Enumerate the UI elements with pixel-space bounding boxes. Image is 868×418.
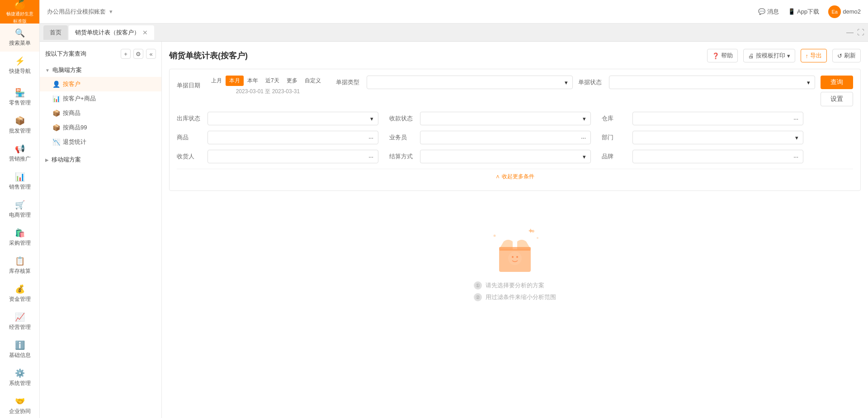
preset-last-month[interactable]: 上月	[208, 76, 226, 86]
export-btn[interactable]: ↑ 导出	[801, 49, 827, 62]
sidebar-item-wholesale[interactable]: 📦 批发管理	[0, 111, 40, 139]
sidebar-inventory-label: 库存核算	[9, 267, 31, 275]
outbound-input[interactable]: ▾	[208, 112, 378, 125]
sidebar-purchase-label: 采购管理	[9, 239, 31, 247]
goods-input[interactable]: ···	[208, 131, 378, 144]
by-goods-99-label: 按商品99	[63, 124, 87, 132]
window-maximize-btn[interactable]: ⛶	[857, 28, 864, 37]
sidebar-item-marketing[interactable]: 📢 营销推广	[0, 139, 40, 167]
hint-num-2: ②	[474, 293, 482, 301]
sidebar-item-ecommerce[interactable]: 🛒 电商管理	[0, 195, 40, 223]
enterprise-icon: 🤝	[15, 396, 25, 406]
tab-home[interactable]: 首页	[43, 25, 68, 40]
sidebar-item-operations[interactable]: 📈 经营管理	[0, 308, 40, 336]
panel-section-mobile-title[interactable]: ▶ 移动端方案	[40, 153, 161, 166]
preset-more[interactable]: 更多	[283, 76, 301, 86]
finance-icon: 💰	[15, 284, 25, 294]
search-icon: 🔍	[15, 28, 25, 38]
tab-close-icon[interactable]: ✕	[142, 29, 148, 36]
page-title: 销货单统计表(按客户)	[169, 50, 248, 61]
by-customer-goods-label: 按客户+商品	[63, 95, 96, 103]
salesperson-dots-icon: ···	[581, 134, 586, 141]
panel-item-by-goods[interactable]: 📦 按商品	[40, 106, 161, 120]
collapse-label: ∧ 收起更多条件	[495, 173, 534, 180]
sidebar-item-sales[interactable]: 📊 销售管理	[0, 167, 40, 195]
help-icon: ❓	[712, 52, 719, 59]
svg-point-6	[512, 256, 514, 258]
sidebar-operations-label: 经营管理	[9, 323, 31, 331]
help-btn[interactable]: ❓ 帮助	[707, 49, 738, 62]
customer-icon: 👤	[52, 81, 60, 88]
preset-custom[interactable]: 自定义	[301, 76, 325, 86]
sidebar-wholesale-label: 批发管理	[9, 127, 31, 135]
sidebar-item-enterprise[interactable]: 🤝 企业协同	[0, 392, 40, 418]
ecommerce-icon: 🛒	[15, 200, 25, 210]
tab-home-label: 首页	[50, 28, 61, 37]
sidebar-item-search[interactable]: 🔍 搜索菜单	[0, 24, 40, 52]
sidebar-basic-label: 基础信息	[9, 352, 31, 359]
query-btn[interactable]: 查询	[821, 76, 853, 89]
dropdown-arrow-icon[interactable]: ▾	[109, 8, 113, 15]
template-print-btn[interactable]: 🖨 按模板打印 ▾	[743, 49, 795, 62]
salesperson-input[interactable]: ···	[420, 131, 591, 144]
app-download-btn[interactable]: 📱 App下载	[788, 8, 819, 16]
sidebar-enterprise-label: 企业协同	[9, 408, 31, 415]
preset-this-year[interactable]: 本年	[244, 76, 262, 86]
top-bar-right: 💬 消息 📱 App下载 Ea demo2	[758, 5, 861, 18]
top-bar-left: 办公用品行业模拟账套 ▾	[47, 8, 113, 16]
warehouse-label: 仓库	[602, 114, 629, 123]
brand-dots-icon: ···	[793, 153, 798, 160]
refresh-btn[interactable]: ↺ 刷新	[832, 49, 861, 62]
preset-this-month[interactable]: 本月	[226, 76, 244, 86]
panel-item-by-customer[interactable]: 👤 按客户	[40, 77, 161, 91]
sidebar-system-label: 系统管理	[9, 380, 31, 387]
sidebar-item-finance[interactable]: 💰 资金管理	[0, 280, 40, 308]
panel-header-label: 按以下方案查询	[45, 50, 86, 58]
order-status-input[interactable]: ▾	[609, 76, 815, 89]
panel-item-by-goods-99[interactable]: 📦 按商品99	[40, 120, 161, 135]
consignee-dots-icon: ···	[368, 153, 373, 160]
help-label: 帮助	[721, 52, 733, 60]
settings-btn[interactable]: 设置	[821, 92, 853, 106]
template-print-label: 按模板打印	[756, 52, 785, 60]
message-btn[interactable]: 💬 消息	[758, 8, 779, 16]
message-label: 消息	[767, 8, 779, 16]
desktop-section-label: 电脑端方案	[52, 66, 82, 74]
wholesale-icon: 📦	[15, 116, 25, 126]
panel-settings-btn[interactable]: ⚙	[133, 49, 143, 59]
sidebar-item-system[interactable]: ⚙️ 系统管理	[0, 364, 40, 392]
settlement-input[interactable]: ▾	[420, 150, 591, 163]
settlement-dropdown-icon: ▾	[583, 153, 586, 160]
hint-num-1: ①	[474, 281, 482, 290]
panel-item-refund-stat[interactable]: 📉 退货统计	[40, 135, 161, 149]
window-minimize-btn[interactable]: —	[846, 28, 854, 37]
refresh-icon: ↺	[837, 52, 842, 59]
logo-text: 畅捷通好生意	[6, 11, 33, 17]
logo-icon: 🍊	[14, 0, 25, 10]
receipt-input[interactable]: ▾	[420, 112, 591, 125]
sidebar-item-retail[interactable]: 🏪 零售管理	[0, 83, 40, 111]
sidebar-item-inventory[interactable]: 📋 库存核算	[0, 252, 40, 280]
mobile-arrow-icon: ▶	[45, 157, 49, 162]
shortcut-icon: ⚡	[15, 56, 25, 66]
sidebar-item-shortcut[interactable]: ⚡ 快捷导航	[0, 52, 40, 80]
panel-section-desktop-title[interactable]: ▼ 电脑端方案	[40, 63, 161, 77]
panel-item-by-customer-goods[interactable]: 📊 按客户+商品	[40, 91, 161, 106]
sidebar-item-basic[interactable]: ℹ️ 基础信息	[0, 336, 40, 364]
brand-input[interactable]: ···	[632, 150, 803, 163]
collapse-bar[interactable]: ∧ 收起更多条件	[177, 169, 853, 184]
tab-sales-stat[interactable]: 销货单统计表（按客户） ✕	[69, 25, 154, 40]
user-profile[interactable]: Ea demo2	[828, 5, 861, 18]
refund-icon: 📉	[52, 138, 60, 146]
department-input[interactable]: ▾	[632, 131, 803, 144]
warehouse-input[interactable]: ···	[632, 112, 803, 125]
sidebar-item-purchase[interactable]: 🛍️ 采购管理	[0, 223, 40, 252]
order-type-input[interactable]: ▾	[367, 76, 573, 89]
export-icon: ↑	[806, 52, 809, 59]
consignee-input[interactable]: ···	[208, 150, 378, 163]
customer-goods-icon: 📊	[52, 95, 60, 102]
retail-icon: 🏪	[15, 88, 25, 98]
panel-collapse-btn[interactable]: «	[146, 49, 156, 59]
preset-last-7[interactable]: 近7天	[262, 76, 283, 86]
panel-add-btn[interactable]: +	[121, 49, 131, 59]
